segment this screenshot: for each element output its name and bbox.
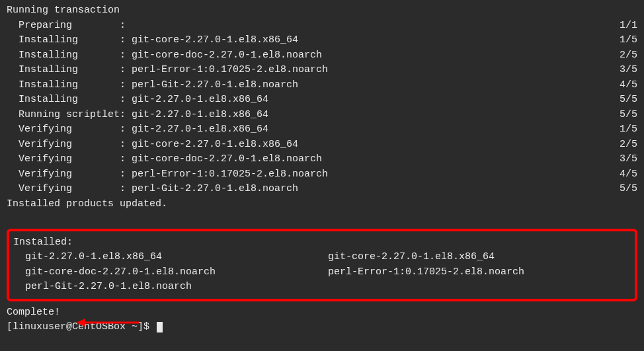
transaction-progress: 2/5 [620, 48, 637, 63]
transaction-text: Installing : perl-Error-1:0.17025-2.el8.… [7, 63, 328, 78]
transaction-progress: 5/5 [620, 108, 637, 123]
transaction-text: Running scriptlet: git-2.27.0-1.el8.x86_… [7, 108, 268, 123]
installed-package: perl-Error-1:0.17025-2.el8.noarch [328, 265, 631, 280]
shell-prompt[interactable]: [linuxuser@CentOSBox ~]$ [7, 320, 637, 335]
transaction-text: Installing : git-core-2.27.0-1.el8.x86_6… [7, 33, 298, 48]
transaction-text: Verifying : perl-Error-1:0.17025-2.el8.n… [7, 167, 328, 182]
blank-line [7, 212, 637, 227]
transaction-progress: 3/5 [620, 63, 637, 78]
complete-line: Complete! [7, 305, 637, 321]
installed-package: git-2.27.0-1.el8.x86_64 [25, 250, 328, 265]
prompt-text: [linuxuser@CentOSBox ~]$ [7, 320, 155, 335]
transaction-text: Installing : perl-Git-2.27.0-1.el8.noarc… [7, 78, 298, 93]
installed-package: perl-Git-2.27.0-1.el8.noarch [25, 280, 328, 295]
transaction-list: Preparing : 1/1 Installing : git-core-2.… [7, 19, 637, 197]
transaction-line: Verifying : perl-Error-1:0.17025-2.el8.n… [7, 167, 637, 182]
transaction-text: Installing : git-2.27.0-1.el8.x86_64 [7, 93, 268, 108]
transaction-progress: 3/5 [620, 152, 637, 167]
installed-package: git-core-doc-2.27.0-1.el8.noarch [25, 265, 328, 280]
transaction-progress: 1/1 [620, 19, 637, 34]
transaction-text: Verifying : git-core-2.27.0-1.el8.x86_64 [7, 137, 298, 153]
transaction-progress: 5/5 [620, 182, 637, 197]
transaction-text: Verifying : git-core-doc-2.27.0-1.el8.no… [7, 152, 322, 167]
installed-box-highlight: Installed: git-2.27.0-1.el8.x86_64git-co… [7, 229, 637, 301]
transaction-line: Running scriptlet: git-2.27.0-1.el8.x86_… [7, 108, 637, 123]
transaction-header: Running transaction [7, 3, 637, 19]
transaction-progress: 1/5 [620, 122, 637, 137]
transaction-line: Installing : perl-Error-1:0.17025-2.el8.… [7, 63, 637, 78]
transaction-text: Verifying : git-2.27.0-1.el8.x86_64 [7, 122, 268, 137]
transaction-progress: 4/5 [620, 78, 637, 93]
transaction-line: Verifying : perl-Git-2.27.0-1.el8.noarch… [7, 182, 637, 197]
transaction-text: Verifying : perl-Git-2.27.0-1.el8.noarch [7, 182, 298, 197]
cursor-icon [157, 322, 163, 332]
transaction-line: Installing : git-core-2.27.0-1.el8.x86_6… [7, 33, 637, 48]
transaction-line: Preparing : 1/1 [7, 19, 637, 34]
transaction-line: Installing : perl-Git-2.27.0-1.el8.noarc… [7, 78, 637, 93]
installed-packages-grid: git-2.27.0-1.el8.x86_64git-core-2.27.0-1… [13, 250, 631, 295]
transaction-line: Verifying : git-core-2.27.0-1.el8.x86_64… [7, 137, 637, 153]
transaction-text: Installing : git-core-doc-2.27.0-1.el8.n… [7, 48, 322, 63]
transaction-line: Installing : git-core-doc-2.27.0-1.el8.n… [7, 48, 637, 63]
transaction-progress: 1/5 [620, 33, 637, 48]
transaction-progress: 5/5 [620, 93, 637, 108]
transaction-progress: 4/5 [620, 167, 637, 182]
products-updated-line: Installed products updated. [7, 197, 637, 212]
installed-header: Installed: [13, 235, 631, 251]
transaction-line: Verifying : git-core-doc-2.27.0-1.el8.no… [7, 152, 637, 167]
transaction-progress: 2/5 [620, 137, 637, 153]
transaction-line: Installing : git-2.27.0-1.el8.x86_645/5 [7, 93, 637, 108]
installed-package: git-core-2.27.0-1.el8.x86_64 [328, 250, 631, 265]
transaction-line: Verifying : git-2.27.0-1.el8.x86_641/5 [7, 122, 637, 137]
transaction-text: Preparing : [7, 19, 132, 34]
